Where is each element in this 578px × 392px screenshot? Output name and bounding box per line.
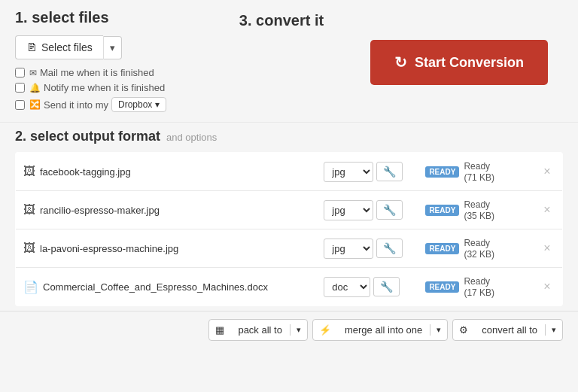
file-name-2: 🖼 la-pavoni-espresso-machine.jpg xyxy=(23,242,309,255)
select-files-button[interactable]: 🖹 Select files xyxy=(15,35,103,59)
settings-button-0[interactable]: 🔧 xyxy=(376,162,403,181)
convert-all-button[interactable]: ⚙ convert all to ▾ xyxy=(452,319,563,341)
file-name-1: 🖼 rancilio-espresso-maker.jpg xyxy=(23,203,309,217)
settings-button-2[interactable]: 🔧 xyxy=(376,239,403,258)
file-name-label: Commercial_Coffee_and_Espresso_Machines.… xyxy=(43,281,268,293)
bell-icon: 🔔 xyxy=(29,83,41,93)
format-dropdown-3[interactable]: docpdftxtdocx xyxy=(324,277,370,297)
format-dropdown-2[interactable]: jpgpnggifbmpwebp xyxy=(324,239,373,259)
file-type-icon: 📄 xyxy=(23,280,38,294)
refresh-icon: ↻ xyxy=(394,53,407,71)
ready-badge-3: READY xyxy=(425,281,459,293)
file-name-0: 🖼 facebook-tagging.jpg xyxy=(23,165,309,178)
files-table: 🖼 facebook-tagging.jpg jpgpnggifbmpwebp … xyxy=(15,152,563,306)
settings-button-1[interactable]: 🔧 xyxy=(376,200,403,220)
table-row: 🖼 rancilio-espresso-maker.jpg jpgpnggifb… xyxy=(16,191,563,229)
file-name-label: la-pavoni-espresso-machine.jpg xyxy=(40,243,178,254)
merge-icon: ⚡ xyxy=(313,324,337,336)
pack-all-label: pack all to xyxy=(230,324,291,336)
mail-notification-row: ✉ Mail me when it is finished xyxy=(15,67,193,78)
settings-button-3[interactable]: 🔧 xyxy=(373,277,400,296)
start-conversion-label: Start Conversion xyxy=(415,55,524,71)
status-cell-0: READY Ready (71 KB) xyxy=(425,160,524,183)
format-select-1[interactable]: jpgpnggifbmpwebp 🔧 xyxy=(324,200,410,220)
mail-icon: ✉ xyxy=(29,68,37,78)
select-files-dropdown-button[interactable]: ▾ xyxy=(103,36,122,59)
upload-icon: 🖹 xyxy=(26,41,37,53)
ready-badge-0: READY xyxy=(425,166,459,178)
remove-file-button-2[interactable]: × xyxy=(540,242,553,255)
file-type-icon: 🖼 xyxy=(23,203,35,217)
convert-caret-icon[interactable]: ▾ xyxy=(546,325,562,335)
table-row: 🖼 la-pavoni-espresso-machine.jpg jpgpngg… xyxy=(16,229,563,268)
ready-badge-2: READY xyxy=(425,243,459,254)
convert-all-label: convert all to xyxy=(474,324,546,336)
dropbox-button[interactable]: Dropbox ▾ xyxy=(111,97,166,112)
file-type-icon: 🖼 xyxy=(23,242,35,255)
file-name-3: 📄 Commercial_Coffee_and_Espresso_Machine… xyxy=(23,280,309,294)
ready-text-0: Ready xyxy=(464,161,490,172)
merge-caret-icon[interactable]: ▾ xyxy=(430,325,447,335)
step1-heading: 1. select files xyxy=(15,9,193,26)
remove-file-button-3[interactable]: × xyxy=(540,280,553,293)
table-row: 📄 Commercial_Coffee_and_Espresso_Machine… xyxy=(16,268,563,306)
merge-all-button[interactable]: ⚡ merge all into one ▾ xyxy=(312,319,448,341)
bottom-bar: ▦ pack all to ▾ ⚡ merge all into one ▾ ⚙… xyxy=(0,311,578,348)
status-cell-3: READY Ready (17 KB) xyxy=(425,275,524,298)
format-select-2[interactable]: jpgpnggifbmpwebp 🔧 xyxy=(324,239,410,259)
start-conversion-button[interactable]: ↻ Start Conversion xyxy=(370,40,548,85)
mail-checkbox[interactable] xyxy=(15,68,25,77)
convert-icon: ⚙ xyxy=(453,324,474,336)
ready-text-1: Ready xyxy=(464,199,490,210)
ready-text-3: Ready xyxy=(464,276,490,287)
remove-file-button-0[interactable]: × xyxy=(540,165,553,178)
file-type-icon: 🖼 xyxy=(23,165,35,178)
arrows-icon: 🔀 xyxy=(29,99,41,110)
file-name-label: facebook-tagging.jpg xyxy=(40,166,131,178)
step2-heading: 2. select output format xyxy=(15,129,160,144)
select-files-label: Select files xyxy=(41,41,93,53)
send-label: Send it into my xyxy=(44,99,108,111)
file-name-label: rancilio-espresso-maker.jpg xyxy=(40,205,160,216)
pack-caret-icon[interactable]: ▾ xyxy=(291,325,307,335)
merge-all-label: merge all into one xyxy=(337,324,430,336)
file-size-1: (35 KB) xyxy=(464,211,494,221)
table-row: 🖼 facebook-tagging.jpg jpgpnggifbmpwebp … xyxy=(16,153,563,191)
mail-label: Mail me when it is finished xyxy=(40,67,154,78)
status-cell-2: READY Ready (32 KB) xyxy=(425,237,524,260)
file-size-3: (17 KB) xyxy=(464,287,494,298)
ready-text-2: Ready xyxy=(464,238,490,248)
format-select-0[interactable]: jpgpnggifbmpwebp 🔧 xyxy=(324,162,410,182)
dropbox-checkbox[interactable] xyxy=(15,100,25,110)
and-options-label: and options xyxy=(166,132,217,143)
notify-label: Notify me when it is finished xyxy=(44,82,165,93)
status-cell-1: READY Ready (35 KB) xyxy=(425,199,524,221)
file-size-2: (32 KB) xyxy=(464,249,494,260)
dropbox-row: 🔀 Send it into my Dropbox ▾ xyxy=(15,97,193,112)
step3-heading: 3. convert it xyxy=(239,12,324,29)
format-dropdown-1[interactable]: jpgpnggifbmpwebp xyxy=(324,200,373,220)
file-size-0: (71 KB) xyxy=(464,172,494,183)
remove-file-button-1[interactable]: × xyxy=(540,203,553,217)
pack-all-button[interactable]: ▦ pack all to ▾ xyxy=(208,319,308,341)
ready-badge-1: READY xyxy=(425,205,459,216)
format-select-3[interactable]: docpdftxtdocx 🔧 xyxy=(324,277,410,297)
notify-notification-row: 🔔 Notify me when it is finished xyxy=(15,82,193,93)
format-dropdown-0[interactable]: jpgpnggifbmpwebp xyxy=(324,162,373,182)
notify-checkbox[interactable] xyxy=(15,83,25,93)
pack-icon: ▦ xyxy=(209,324,230,336)
